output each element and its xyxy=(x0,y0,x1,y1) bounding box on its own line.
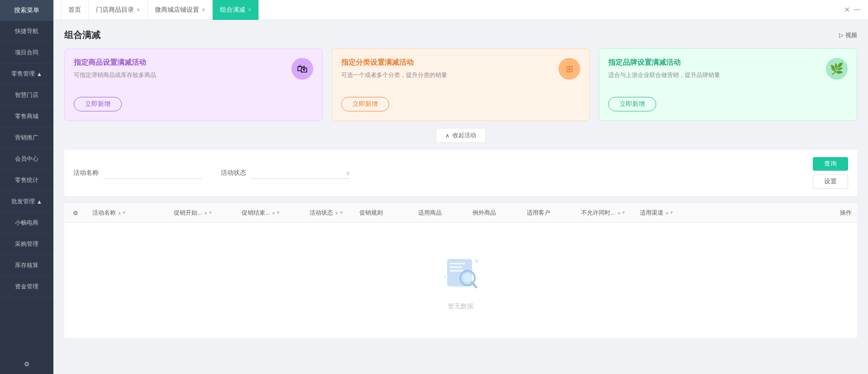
sidebar-item-member-center[interactable]: 会员中心 xyxy=(0,149,53,170)
card-product-icon: 🛍 xyxy=(291,58,313,80)
svg-rect-2 xyxy=(449,263,465,264)
card-category-icon: ⊞ xyxy=(558,58,580,80)
sort-status-icon: ▲▼ xyxy=(334,211,343,215)
empty-state: 暂无数据 xyxy=(64,223,857,338)
window-controls: ✕ — xyxy=(844,5,861,14)
sidebar-item-retail-stats[interactable]: 零售统计 xyxy=(0,170,53,191)
filter-bar: 活动名称 活动状态 ∨ 查询 设置 xyxy=(64,150,857,196)
page-header: 组合满减 ▷ 视频 xyxy=(64,29,857,41)
card-product-add-btn[interactable]: 立即新增 xyxy=(74,97,122,111)
th-rule: 促销规则 xyxy=(354,209,413,217)
chevron-down-icon: ∨ xyxy=(346,169,350,177)
sort-end-icon: ▲▼ xyxy=(272,211,281,215)
activity-card-product: 指定商品设置满减活动 🛍 可指定滞销商品或库存较多商品 立即新增 xyxy=(64,48,323,121)
sidebar-item-wholesale-manage[interactable]: 批发管理 ▲ xyxy=(0,191,53,212)
sidebar-item-inventory-check[interactable]: 库存核算 xyxy=(0,255,53,276)
sort-channel-icon: ▲▼ xyxy=(665,211,674,215)
svg-point-9 xyxy=(444,276,446,278)
empty-text: 暂无数据 xyxy=(448,302,473,311)
filter-activity-status-label: 活动状态 xyxy=(221,169,246,177)
table-wrapper: ⚙ 活动名称 ▲▼ 促销开始... ▲▼ 促销结束... ▲▼ 活动状态 ▲▼ xyxy=(64,203,857,338)
expand-arrow-icon: ▲ xyxy=(37,71,43,77)
th-end[interactable]: 促销结束... ▲▼ xyxy=(236,209,304,217)
settings-icon-btn[interactable]: ⚙ xyxy=(0,354,53,374)
sidebar-item-capital-manage[interactable]: 资金管理 xyxy=(0,276,53,297)
page-title: 组合满减 xyxy=(64,29,100,41)
activity-card-brand: 指定品牌设置满减活动 🌿 适合与上游企业联合做营销，提升品牌销量 立即新增 xyxy=(599,48,857,121)
sidebar-search[interactable]: 搜索菜单 xyxy=(0,0,53,21)
collapse-arrow-icon: ∧ xyxy=(445,132,450,139)
filter-activity-name-label: 活动名称 xyxy=(73,169,99,177)
filter-activity-name-input[interactable] xyxy=(103,168,203,179)
settings-button[interactable]: 设置 xyxy=(813,174,848,189)
card-brand-icon: 🌿 xyxy=(826,58,848,80)
th-name[interactable]: 活动名称 ▲▼ xyxy=(87,209,168,217)
sort-start-icon: ▲▼ xyxy=(204,211,213,215)
table-header: ⚙ 活动名称 ▲▼ 促销开始... ▲▼ 促销结束... ▲▼ 活动状态 ▲▼ xyxy=(64,203,857,223)
th-channel[interactable]: 适用渠道 ▲▼ xyxy=(634,209,693,217)
tab-combo-discount[interactable]: 组合满减 × xyxy=(213,0,259,20)
sidebar-item-retail-manage[interactable]: 零售管理 ▲ xyxy=(0,63,53,85)
svg-point-6 xyxy=(463,273,472,283)
activity-cards: 指定商品设置满减活动 🛍 可指定滞销商品或库存较多商品 立即新增 指定分类设置满… xyxy=(64,48,857,121)
filter-actions: 查询 设置 xyxy=(813,157,848,189)
svg-rect-3 xyxy=(449,266,462,268)
th-customer: 适用客户 xyxy=(521,209,576,217)
main-area: 首页 门店商品目录 × 微商城店铺设置 × 组合满减 × ✕ — 组合满减 ▷ … xyxy=(53,0,868,374)
sort-name-icon: ▲▼ xyxy=(117,211,126,215)
tab-wechat-store[interactable]: 微商城店铺设置 × xyxy=(148,0,213,20)
th-operate: 操作 xyxy=(693,209,857,217)
svg-point-8 xyxy=(475,260,478,263)
th-goods: 适用商品 xyxy=(413,209,467,217)
tab-home[interactable]: 首页 xyxy=(61,0,89,20)
filter-activity-status: 活动状态 ∨ xyxy=(221,168,350,179)
sidebar-item-purchase-manage[interactable]: 采购管理 xyxy=(0,234,53,255)
th-notallow[interactable]: 不允许同时... ▲▼ xyxy=(576,209,634,217)
sidebar-item-quick-nav[interactable]: 快捷导航 xyxy=(0,21,53,42)
sidebar-item-project-contract[interactable]: 项目合同 xyxy=(0,42,53,63)
collapse-bar: ∧ 收起活动 xyxy=(64,128,857,143)
card-brand-title: 指定品牌设置满减活动 xyxy=(608,58,848,67)
play-icon: ▷ xyxy=(839,32,844,38)
th-status[interactable]: 活动状态 ▲▼ xyxy=(304,209,354,217)
tab-close-combo-discount[interactable]: × xyxy=(248,7,251,13)
tab-bar: 首页 门店商品目录 × 微商城店铺设置 × 组合满减 × ✕ — xyxy=(53,0,868,20)
card-category-add-btn[interactable]: 立即新增 xyxy=(341,97,389,111)
sidebar-item-marketing[interactable]: 营销推广 xyxy=(0,127,53,149)
empty-illustration xyxy=(438,250,483,295)
tab-close-wechat-store[interactable]: × xyxy=(202,7,205,13)
th-except: 例外商品 xyxy=(467,209,521,217)
filter-activity-name: 活动名称 xyxy=(73,168,203,179)
card-brand-add-btn[interactable]: 立即新增 xyxy=(608,97,656,111)
card-category-desc: 可选一个或者多个分类，提升分类的销量 xyxy=(341,71,581,79)
activity-card-category: 指定分类设置满减活动 ⊞ 可选一个或者多个分类，提升分类的销量 立即新增 xyxy=(332,48,590,121)
sidebar-item-retail-mall[interactable]: 零售商城 xyxy=(0,106,53,127)
tab-close-store-catalog[interactable]: × xyxy=(137,7,140,13)
sort-notallow-icon: ▲▼ xyxy=(617,211,626,215)
svg-rect-4 xyxy=(449,270,464,272)
content-area: 组合满减 ▷ 视频 指定商品设置满减活动 🛍 可指定滞销商品或库存较多商品 立即… xyxy=(53,20,868,374)
th-gear[interactable]: ⚙ xyxy=(64,210,87,216)
card-category-title: 指定分类设置满减活动 xyxy=(341,58,581,67)
expand-arrow-icon2: ▲ xyxy=(37,198,43,205)
sidebar-item-xiaochangecom[interactable]: 小畅电商 xyxy=(0,212,53,234)
th-start[interactable]: 促销开始... ▲▼ xyxy=(168,209,236,217)
collapse-activities-btn[interactable]: ∧ 收起活动 xyxy=(436,128,486,143)
card-product-desc: 可指定滞销商品或库存较多商品 xyxy=(74,71,313,79)
query-button[interactable]: 查询 xyxy=(813,157,848,171)
close-window-btn[interactable]: ✕ xyxy=(844,5,850,14)
tab-store-catalog[interactable]: 门店商品目录 × xyxy=(89,0,148,20)
svg-line-7 xyxy=(472,283,476,287)
card-product-title: 指定商品设置满减活动 xyxy=(74,58,313,67)
card-brand-desc: 适合与上游企业联合做营销，提升品牌销量 xyxy=(608,71,848,79)
sidebar: 搜索菜单 快捷导航 项目合同 零售管理 ▲ 智慧门店 零售商城 营销推广 会员中… xyxy=(0,0,53,374)
filter-activity-status-select[interactable]: ∨ xyxy=(251,168,350,179)
minimize-window-btn[interactable]: — xyxy=(854,5,861,14)
video-link[interactable]: ▷ 视频 xyxy=(839,31,857,39)
sidebar-item-smart-store[interactable]: 智慧门店 xyxy=(0,85,53,106)
